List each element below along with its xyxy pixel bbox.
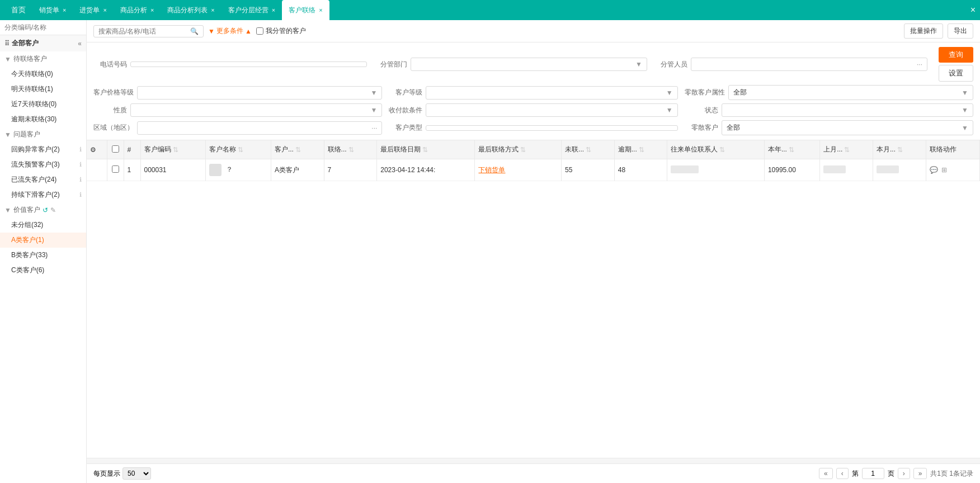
sidebar-item-repurchase-abnormal[interactable]: 回购异常客户(2) ℹ (0, 142, 86, 157)
settings-btn[interactable]: 设置 (939, 65, 973, 82)
more-icon[interactable]: ⊞ (941, 166, 947, 174)
group-pending-contact[interactable]: ▼ 待联络客户 (0, 51, 86, 67)
chat-icon[interactable]: 💬 (930, 166, 938, 174)
more-conditions-btn[interactable]: ▼ 更多条件 ▲ (208, 26, 252, 36)
td-code[interactable]: 000031 (140, 159, 206, 181)
filter-search-icon[interactable]: 🔍 (190, 27, 199, 35)
price-label: 客户价格等级 (93, 88, 134, 97)
close-tab-3[interactable]: × (211, 7, 214, 13)
nature-input[interactable]: ▼ (130, 103, 382, 117)
nav-tab-1[interactable]: 进货单 × (73, 0, 113, 20)
sort-icon-company[interactable]: ⇅ (719, 146, 725, 154)
sort-icon-date[interactable]: ⇅ (422, 146, 428, 154)
info-icon-1: ℹ (79, 146, 82, 153)
refresh-icon[interactable]: ↺ (43, 206, 48, 214)
sort-icon-overdue[interactable]: ⇅ (639, 146, 644, 154)
sort-icon-code[interactable]: ⇅ (173, 146, 178, 154)
query-btn[interactable]: 查询 (939, 47, 973, 63)
group-value-customers[interactable]: ▼ 价值客户 ↺ ✎ (0, 202, 86, 217)
row-checkbox-1[interactable] (112, 165, 119, 173)
nav-tab-5[interactable]: 客户联络 × (282, 0, 329, 20)
filter-row-4: 区域（地区） ··· 客户类型 零散客户 全部▼ (93, 120, 973, 135)
price-input[interactable]: ▼ (137, 86, 382, 100)
sort-icon-method[interactable]: ⇅ (520, 146, 526, 154)
retail-cust-input[interactable]: 全部▼ (722, 120, 973, 135)
sort-icon-contact[interactable]: ⇅ (348, 146, 354, 154)
settings-icon[interactable]: ⚙ (90, 146, 96, 154)
cust-level-input[interactable]: ▼ (426, 86, 677, 100)
nav-home[interactable]: 首页 (4, 5, 32, 15)
last-method-link[interactable]: 下销货单 (478, 166, 505, 174)
bottom-bar: 每页显示 50 100 200 « ‹ 第 页 › » 共1页 1条记录 (87, 463, 980, 483)
filter-search-input[interactable] (98, 27, 188, 35)
customer-avatar (209, 164, 222, 176)
filter-nature: 性质 ▼ (93, 103, 382, 117)
horizontal-scrollbar[interactable] (87, 458, 980, 463)
sidebar-collapse-btn[interactable]: « (78, 40, 82, 48)
sidebar-item-class-b[interactable]: B类客户(33) (0, 248, 86, 263)
area-ellipsis[interactable]: ··· (371, 124, 377, 132)
dept-label: 分管部门 (374, 60, 407, 69)
sort-icon-tmonth[interactable]: ⇅ (897, 146, 903, 154)
filter-bar: 🔍 ▼ 更多条件 ▲ 我分管的客户 批量操作 导出 (87, 20, 980, 42)
nature-label: 性质 (93, 106, 127, 115)
sort-icon-lmonth[interactable]: ⇅ (844, 146, 850, 154)
td-checkbox (107, 159, 124, 181)
sidebar-search-input[interactable] (4, 23, 87, 31)
sidebar-item-churned[interactable]: 已流失客户(24) ℹ (0, 172, 86, 187)
cust-type-input[interactable] (426, 125, 677, 131)
group-problem-customers[interactable]: ▼ 问题客户 (0, 127, 86, 142)
next-page-btn[interactable]: › (898, 468, 910, 479)
action-icons: 💬 ⊞ (930, 166, 976, 174)
filter-payment: 收付款条件 ▼ (389, 103, 677, 117)
staff-ellipsis[interactable]: ··· (917, 60, 922, 68)
my-customer-checkbox[interactable] (256, 27, 263, 35)
close-tab-2[interactable]: × (150, 7, 154, 13)
close-window[interactable]: × (970, 5, 976, 15)
nav-tab-4[interactable]: 客户分层经营 × (222, 0, 282, 20)
sidebar-item-unclassified[interactable]: 未分组(32) (0, 217, 86, 233)
td-index: 1 (124, 159, 140, 181)
select-all-checkbox[interactable] (112, 145, 119, 153)
sidebar-item-7days[interactable]: 近7天待联络(0) (0, 97, 86, 112)
staff-input[interactable]: ··· (691, 58, 927, 71)
first-page-btn[interactable]: « (819, 468, 833, 479)
edit-icon[interactable]: ✎ (50, 206, 56, 214)
price-arrow: ▼ (370, 89, 377, 97)
sidebar-item-overdue[interactable]: 逾期未联络(30) (0, 112, 86, 127)
prev-page-btn[interactable]: ‹ (836, 468, 849, 479)
area-input[interactable]: ··· (137, 121, 382, 135)
sort-icon-level[interactable]: ⇅ (295, 146, 301, 154)
close-tab-4[interactable]: × (272, 7, 275, 13)
export-btn[interactable]: 导出 (948, 23, 973, 39)
sidebar-item-churn-warning[interactable]: 流失预警客户(3) ℹ (0, 157, 86, 172)
page-number-input[interactable] (862, 468, 884, 479)
sidebar-item-class-a[interactable]: A类客户(1) (0, 233, 86, 248)
retail-attr-input[interactable]: 全部▼ (728, 85, 973, 100)
last-page-btn[interactable]: » (913, 468, 927, 479)
status-input[interactable]: ▼ (722, 103, 973, 117)
sort-icon-not-contacted[interactable]: ⇅ (586, 146, 591, 154)
sidebar-item-class-c[interactable]: C类客户(6) (0, 263, 86, 278)
retail-cust-label: 零散客户 (685, 123, 718, 132)
dept-input[interactable]: ▼ (411, 58, 647, 71)
close-tab-1[interactable]: × (103, 7, 106, 13)
batch-operation-btn[interactable]: 批量操作 (904, 23, 943, 39)
sidebar-item-today[interactable]: 今天待联络(0) (0, 67, 86, 82)
sidebar-item-tomorrow[interactable]: 明天待联络(1) (0, 82, 86, 97)
top-navigation: 首页 销货单 × 进货单 × 商品分析 × 商品分析列表 × 客户分层经营 × … (0, 0, 980, 20)
sort-icon-year[interactable]: ⇅ (789, 146, 794, 154)
payment-input[interactable]: ▼ (426, 103, 677, 117)
sort-icon-name[interactable]: ⇅ (238, 146, 243, 154)
per-page-select[interactable]: 50 100 200 (123, 467, 151, 480)
nav-tab-0[interactable]: 销货单 × (32, 0, 73, 20)
phone-input[interactable] (130, 61, 367, 67)
sidebar-item-declining[interactable]: 持续下滑客户(2) ℹ (0, 187, 86, 202)
nav-tab-2[interactable]: 商品分析 × (114, 0, 161, 20)
all-customers-header[interactable]: ⠿ 全部客户 « (0, 35, 86, 51)
td-actions: 💬 ⊞ (926, 159, 979, 181)
close-tab-0[interactable]: × (63, 7, 66, 13)
nav-tab-3[interactable]: 商品分析列表 × (161, 0, 221, 20)
filter-status: 状态 ▼ (685, 103, 973, 117)
close-tab-5[interactable]: × (319, 7, 322, 13)
